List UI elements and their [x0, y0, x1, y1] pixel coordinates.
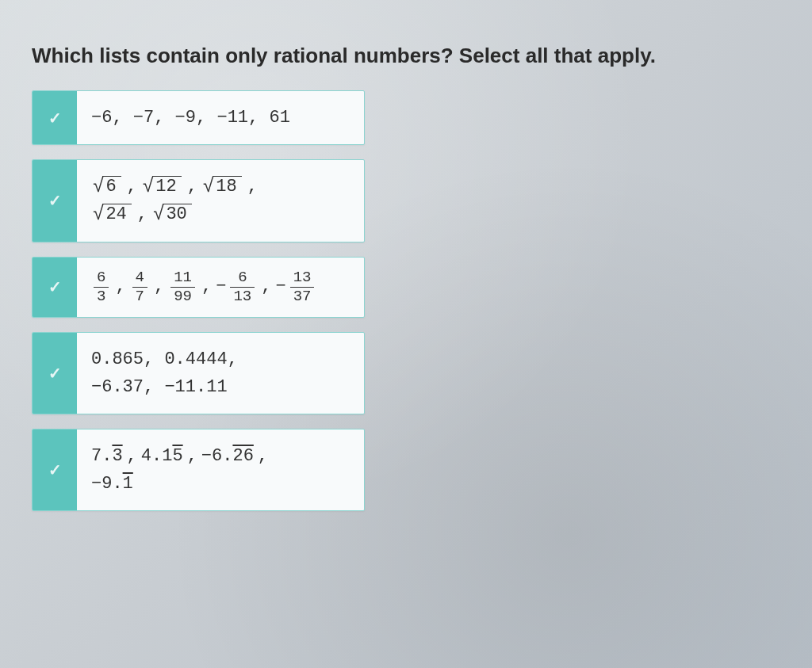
- repeating-decimal: −9.1: [91, 470, 133, 498]
- repeating-decimal: 7.3: [91, 442, 123, 470]
- repeating-decimal: −6.26: [201, 442, 254, 470]
- option-1-content: −6, −7, −9, −11, 61: [77, 91, 304, 144]
- option-1-text: −6, −7, −9, −11, 61: [91, 104, 290, 132]
- option-4-line2: −6.37, −11.11: [91, 373, 238, 401]
- option-4[interactable]: ✓ 0.865, 0.4444, −6.37, −11.11: [32, 332, 365, 414]
- repeating-decimal: 4.15: [141, 442, 183, 470]
- option-1-checkbox[interactable]: ✓: [33, 91, 77, 144]
- option-2[interactable]: ✓ √6, √12, √18, √24, √30: [32, 159, 365, 242]
- checkmark-icon: ✓: [48, 364, 62, 383]
- sqrt-expr: √6: [93, 176, 121, 197]
- checkmark-icon: ✓: [48, 277, 62, 296]
- options-list: ✓ −6, −7, −9, −11, 61 ✓ √6, √12, √18, √2…: [32, 90, 780, 511]
- option-4-content: 0.865, 0.4444, −6.37, −11.11: [77, 333, 252, 414]
- option-1[interactable]: ✓ −6, −7, −9, −11, 61: [32, 90, 365, 145]
- sqrt-expr: √24: [93, 204, 132, 225]
- option-5-checkbox[interactable]: ✓: [33, 429, 77, 510]
- fraction: −613: [216, 270, 257, 304]
- option-3[interactable]: ✓ 63, 47, 1199, −613, −1337: [32, 257, 365, 318]
- sqrt-expr: √18: [203, 176, 242, 197]
- question-text: Which lists contain only rational number…: [32, 44, 780, 68]
- option-3-content: 63, 47, 1199, −613, −1337: [77, 258, 331, 317]
- fraction: 63: [94, 270, 109, 304]
- sqrt-expr: √30: [153, 204, 192, 225]
- sqrt-expr: √12: [143, 176, 182, 197]
- option-2-content: √6, √12, √18, √24, √30: [77, 160, 274, 241]
- checkmark-icon: ✓: [48, 460, 62, 479]
- option-5[interactable]: ✓ 7.3, 4.15, −6.26, −9.1: [32, 429, 365, 511]
- option-3-checkbox[interactable]: ✓: [33, 258, 77, 317]
- checkmark-icon: ✓: [48, 191, 62, 210]
- option-4-line1: 0.865, 0.4444,: [91, 345, 238, 373]
- fraction: −1337: [275, 270, 316, 304]
- option-2-checkbox[interactable]: ✓: [33, 160, 77, 241]
- fraction: 47: [132, 270, 147, 304]
- fraction: 1199: [170, 270, 195, 304]
- option-4-checkbox[interactable]: ✓: [33, 333, 77, 414]
- checkmark-icon: ✓: [48, 109, 62, 128]
- option-5-content: 7.3, 4.15, −6.26, −9.1: [77, 429, 285, 510]
